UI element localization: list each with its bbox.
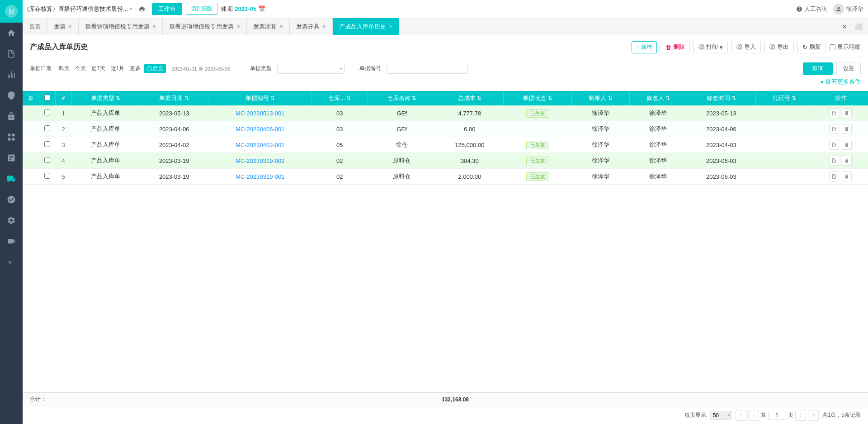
cell-modify-time: 2023-06-03 xyxy=(687,169,756,185)
tab-home[interactable]: 首页 xyxy=(23,18,47,35)
cell-creator: 徐泽华 xyxy=(572,121,629,137)
tab-invoice-open[interactable]: 发票开具 ✕ xyxy=(290,18,333,35)
logo[interactable]: 财 xyxy=(0,0,23,23)
shortcut-custom[interactable]: 自定义 xyxy=(144,64,166,73)
col-creator[interactable]: 制单人 ⇅ xyxy=(572,91,629,105)
print-button[interactable]: ⑳ 打印 ▾ xyxy=(693,41,728,53)
shortcut-more[interactable]: 更多 xyxy=(128,64,142,73)
company-name[interactable]: (库存核算）直播轻巧通信息技术股份... ▾ xyxy=(27,5,132,13)
first-page-btn[interactable]: ⟨⟨ xyxy=(736,410,746,421)
sidebar-item-invoice[interactable] xyxy=(0,43,23,64)
refresh-button[interactable]: ↻ 刷新 xyxy=(797,41,826,53)
col-number[interactable]: 单据编号 ⇅ xyxy=(208,91,312,105)
number-link[interactable]: MC-20230319-002 xyxy=(236,157,284,164)
next-page-btn[interactable]: ⟩ xyxy=(795,410,806,421)
display-columns-toggle[interactable]: 显示明细 xyxy=(830,43,861,51)
setting-button[interactable]: 设置 xyxy=(836,62,861,75)
tab-product-history[interactable]: 产成品入库单历史 ✕ xyxy=(333,18,399,35)
row-delete-btn[interactable] xyxy=(842,140,852,150)
row-delete-btn[interactable] xyxy=(842,124,852,134)
tab-invoice[interactable]: 发票 ✕ xyxy=(47,18,79,35)
tab-sales-vat-close[interactable]: ✕ xyxy=(152,24,156,29)
col-status[interactable]: 单据状态 ⇅ xyxy=(503,91,571,105)
row-delete-btn[interactable] xyxy=(842,172,852,181)
query-button[interactable]: 查询 xyxy=(803,62,833,75)
row-delete-btn[interactable] xyxy=(842,156,852,166)
page-input[interactable] xyxy=(768,411,786,420)
col-date[interactable]: 单据日期 ⇅ xyxy=(140,91,208,105)
shortcut-today[interactable]: 今天 xyxy=(73,64,88,73)
cell-settings xyxy=(23,137,39,153)
row-checkbox[interactable] xyxy=(44,141,50,147)
sidebar-item-report[interactable] xyxy=(0,148,23,168)
col-settings[interactable]: ⚙ xyxy=(23,91,39,105)
sidebar-item-v[interactable]: V xyxy=(0,252,23,272)
last-page-btn[interactable]: ⟩⟩ xyxy=(808,410,819,421)
number-link[interactable]: MC-20230513-001 xyxy=(236,110,284,117)
col-total-cost[interactable]: 总成本 ⇅ xyxy=(436,91,503,105)
sidebar-item-tax[interactable] xyxy=(0,85,23,106)
period-calendar-icon[interactable]: 📅 xyxy=(258,5,265,12)
col-type[interactable]: 单据类型 ⇅ xyxy=(71,91,140,105)
col-modify-time[interactable]: 修改时间 ⇅ xyxy=(687,91,756,105)
delete-button[interactable]: 🗑 删除 xyxy=(660,41,690,53)
prev-page-btn[interactable]: ⟨ xyxy=(748,410,759,421)
number-link[interactable]: MC-20230406-001 xyxy=(236,126,284,133)
tab-invoice-open-close[interactable]: ✕ xyxy=(322,24,326,29)
maximize-icon[interactable]: ⬜ xyxy=(853,21,863,32)
number-input[interactable] xyxy=(387,64,468,74)
display-columns-checkbox[interactable] xyxy=(830,44,835,50)
type-select[interactable]: 产品入库单 xyxy=(277,64,345,74)
user-profile[interactable]: 徐泽华 xyxy=(833,4,863,14)
row-view-btn[interactable] xyxy=(829,156,839,166)
col-modifier[interactable]: 修改人 ⇅ xyxy=(629,91,687,105)
number-link[interactable]: MC-20230402-001 xyxy=(236,142,284,148)
col-voucher[interactable]: 凭证号 ⇅ xyxy=(755,91,813,105)
col-warehouse-name[interactable]: 仓库名称 ⇅ xyxy=(368,91,436,105)
sidebar-item-settings[interactable] xyxy=(0,210,23,231)
new-button[interactable]: + 新增 xyxy=(632,41,657,53)
tab-sales-vat[interactable]: 查看销项增值税专用发票 ✕ xyxy=(79,18,163,35)
sidebar-item-home[interactable] xyxy=(0,23,23,43)
close-tab-icon[interactable]: ✕ xyxy=(839,21,850,32)
sidebar-item-lock[interactable] xyxy=(0,106,23,127)
switch-version-button[interactable]: 切到旧版 xyxy=(186,3,217,15)
number-link[interactable]: MC-20230319-001 xyxy=(236,173,284,180)
tab-invoice-close[interactable]: ✕ xyxy=(68,24,72,29)
col-actions: 操作 xyxy=(813,91,868,105)
tab-product-history-close[interactable]: ✕ xyxy=(389,24,392,29)
select-all-checkbox[interactable] xyxy=(44,95,50,100)
row-checkbox[interactable] xyxy=(44,125,50,131)
tab-purchase-vat-close[interactable]: ✕ xyxy=(236,24,240,29)
sidebar-item-video[interactable] xyxy=(0,231,23,252)
export-button[interactable]: ⑳ 导出 xyxy=(764,41,794,53)
row-delete-btn[interactable] xyxy=(842,108,852,118)
shortcut-1month[interactable]: 近1月 xyxy=(109,64,127,73)
settings-icon[interactable]: ⚙ xyxy=(28,95,33,102)
cell-num: 5 xyxy=(55,169,71,185)
tab-invoice-calc[interactable]: 发票测算 ✕ xyxy=(247,18,290,35)
expand-more-button[interactable]: ▾ 展开更多条件 xyxy=(821,78,861,86)
row-view-btn[interactable] xyxy=(829,108,839,118)
import-icon: ⑳ xyxy=(736,43,742,51)
sidebar-item-stamp[interactable] xyxy=(0,189,23,210)
import-button[interactable]: ⑳ 导入 xyxy=(731,41,761,53)
shortcut-yesterday[interactable]: 昨天 xyxy=(57,64,71,73)
per-page-select[interactable]: 20 50 100 xyxy=(710,411,732,420)
row-checkbox[interactable] xyxy=(44,157,50,163)
row-checkbox[interactable] xyxy=(44,173,50,179)
row-view-btn[interactable] xyxy=(829,124,839,134)
sidebar-item-chart[interactable] xyxy=(0,64,23,85)
tab-invoice-calc-close[interactable]: ✕ xyxy=(279,24,283,29)
support-link[interactable]: 人工咨询 xyxy=(796,5,828,13)
row-checkbox[interactable] xyxy=(44,110,50,115)
sidebar-item-grid[interactable] xyxy=(0,127,23,148)
col-warehouse-code[interactable]: 仓库... ⇅ xyxy=(312,91,368,105)
sidebar-item-warehouse[interactable] xyxy=(0,168,23,189)
row-view-btn[interactable] xyxy=(829,140,839,150)
tab-purchase-vat[interactable]: 查看进项增值税专用发票 ✕ xyxy=(163,18,247,35)
row-view-btn[interactable] xyxy=(829,172,839,181)
shortcut-7days[interactable]: 近7天 xyxy=(90,64,107,73)
workbench-button[interactable]: 工作台 xyxy=(152,3,182,15)
print-icon-btn[interactable] xyxy=(136,3,148,15)
